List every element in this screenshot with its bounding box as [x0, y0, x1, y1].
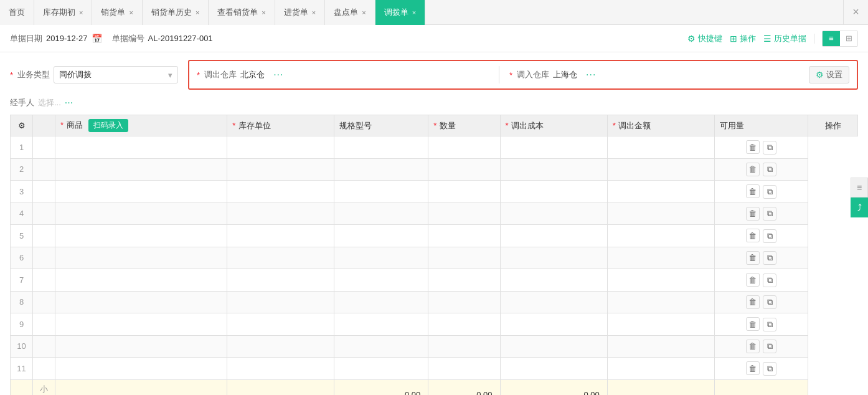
row-1-delete-button[interactable]: 🗑: [746, 140, 760, 154]
row-3-delete-button[interactable]: 🗑: [746, 184, 760, 198]
col-ops-label: 操作: [825, 121, 841, 130]
tab-bar: 首页 库存期初 × 销货单 × 销货单历史 × 查看销货单 × 进货单 × 盘点…: [0, 0, 868, 25]
col-goods: * 商品 扫码录入: [55, 115, 227, 136]
row-1-goods[interactable]: [33, 136, 55, 159]
tab-sales-history-close[interactable]: ×: [196, 9, 199, 16]
tab-opening[interactable]: 库存期初 ×: [34, 0, 92, 25]
row-11-delete-button[interactable]: 🗑: [746, 361, 760, 375]
row-2-available[interactable]: [607, 158, 714, 181]
tab-view-sales[interactable]: 查看销货单 ×: [209, 0, 275, 25]
in-warehouse-label: 调入仓库: [517, 69, 549, 80]
col-goods-label: 商品: [67, 120, 83, 130]
row-1-spec[interactable]: [227, 136, 334, 159]
list-view-button[interactable]: ≡: [823, 31, 840, 46]
row-2-spec[interactable]: [227, 158, 334, 181]
settings-gear-icon: ⚙: [816, 70, 824, 80]
row-1-cost[interactable]: [428, 136, 500, 159]
row-1-available[interactable]: [607, 136, 714, 159]
tab-opening-close[interactable]: ×: [79, 9, 83, 16]
row-2-amount[interactable]: [500, 158, 607, 181]
view-toggle: ≡ ⊞: [822, 31, 858, 47]
tab-view-sales-close[interactable]: ×: [262, 9, 265, 16]
warehouse-box: * 调出仓库 北京仓 ··· * 调入仓库 上海仓 ··· ⚙ 设置: [188, 60, 858, 90]
row-2-qty[interactable]: [334, 158, 428, 181]
row-8-delete-button[interactable]: 🗑: [746, 295, 760, 309]
row-8-copy-button[interactable]: ⧉: [763, 295, 776, 309]
row-2-ops: 🗑 ⧉: [714, 158, 808, 181]
row-5-copy-button[interactable]: ⧉: [763, 229, 776, 243]
out-warehouse-label: 调出仓库: [204, 69, 237, 80]
settings-button[interactable]: ⚙ 设置: [809, 66, 849, 83]
tab-inventory[interactable]: 盘点单 ×: [325, 0, 375, 25]
scan-button[interactable]: 扫码录入: [88, 119, 128, 132]
row-10-delete-button[interactable]: 🗑: [746, 340, 760, 353]
row-2-goods[interactable]: [33, 158, 55, 181]
row-6-copy-button[interactable]: ⧉: [763, 251, 776, 265]
col-available: 可用量: [714, 115, 808, 136]
shortcut-button[interactable]: ⚙ 快捷键: [687, 33, 722, 44]
row-10-copy-button[interactable]: ⧉: [763, 340, 776, 353]
tab-transfer[interactable]: 调拨单 ×: [375, 0, 425, 25]
col-settings-icon[interactable]: ⚙: [18, 121, 26, 130]
row-9-delete-button[interactable]: 🗑: [746, 317, 760, 331]
business-type-select[interactable]: 同价调拨 ▾: [54, 66, 178, 83]
tab-inventory-close[interactable]: ×: [362, 9, 366, 16]
items-table: ⚙ * 商品 扫码录入 * 库存单位 规格型号 * 数量: [10, 115, 858, 395]
tab-transfer-close[interactable]: ×: [412, 9, 416, 16]
row-9-copy-button[interactable]: ⧉: [763, 318, 776, 331]
row-2-delete-button[interactable]: 🗑: [746, 163, 760, 176]
in-warehouse-more-icon[interactable]: ···: [586, 69, 596, 80]
toolbar-right: ⚙ 快捷键 ⊞ 操作 ☰ 历史单据 ≡ ⊞: [687, 31, 858, 47]
row-1-copy-button[interactable]: ⧉: [763, 141, 776, 155]
person-label: 经手人: [10, 97, 34, 108]
tab-sales-history-label: 销货单历史: [151, 7, 192, 18]
col-spec-label: 规格型号: [339, 121, 372, 130]
row-2-unit[interactable]: [55, 158, 227, 181]
row-6-delete-button[interactable]: 🗑: [746, 251, 760, 265]
row-4-delete-button[interactable]: 🗑: [746, 207, 760, 221]
tab-sales[interactable]: 销货单 ×: [92, 0, 142, 25]
person-more-icon[interactable]: ···: [65, 97, 73, 108]
calendar-icon[interactable]: 📅: [92, 34, 102, 44]
panel-list-button[interactable]: ≡: [851, 178, 868, 198]
tab-sales-close[interactable]: ×: [129, 9, 133, 16]
row-1-qty[interactable]: [334, 136, 428, 159]
person-select[interactable]: 选择...: [38, 97, 61, 108]
business-type-label: 业务类型: [17, 69, 50, 80]
col-qty-label: 数量: [440, 121, 456, 130]
tab-sales-history[interactable]: 销货单历史 ×: [143, 0, 209, 25]
close-all-tabs-button[interactable]: ×: [843, 0, 868, 25]
col-amount: * 调出金额: [607, 115, 714, 136]
row-2-cost[interactable]: [428, 158, 500, 181]
col-cost-label: 调出成本: [511, 121, 544, 130]
tab-home-label: 首页: [9, 7, 25, 18]
ops-button[interactable]: ⊞ 操作: [730, 33, 756, 44]
doc-no-label: 单据编号: [112, 33, 144, 44]
wh-divider: [499, 66, 499, 83]
row-2-copy-button[interactable]: ⧉: [763, 163, 776, 176]
panel-export-button[interactable]: ⤴: [851, 198, 868, 217]
row-11-copy-button[interactable]: ⧉: [763, 362, 776, 376]
row-7-delete-button[interactable]: 🗑: [746, 273, 760, 287]
doc-date-label: 单据日期: [10, 33, 42, 44]
row-1-unit[interactable]: [55, 136, 227, 159]
grid-view-button[interactable]: ⊞: [840, 31, 857, 46]
row-7-copy-button[interactable]: ⧉: [763, 274, 776, 287]
out-warehouse-section: * 调出仓库 北京仓 ···: [197, 69, 489, 80]
table-row: 2 🗑 ⧉: [11, 158, 858, 181]
row-4-copy-button[interactable]: ⧉: [763, 207, 776, 221]
tab-incoming[interactable]: 进货单 ×: [275, 0, 325, 25]
table-row: 5 🗑 ⧉: [11, 225, 858, 247]
row-5-delete-button[interactable]: 🗑: [746, 229, 760, 242]
out-warehouse-more-icon[interactable]: ···: [273, 69, 283, 80]
history-button[interactable]: ☰ 历史单据: [763, 33, 806, 44]
toolbar: 单据日期 2019-12-27 📅 单据编号 AL-20191227-001 ⚙…: [0, 25, 868, 52]
row-1-amount[interactable]: [500, 136, 607, 159]
row-3-copy-button[interactable]: ⧉: [763, 185, 776, 199]
business-type-value: 同价调拨: [59, 69, 92, 80]
subtotal-label: 小计: [33, 379, 55, 395]
row-1-num: 1: [11, 136, 33, 159]
tab-home[interactable]: 首页: [0, 0, 34, 25]
tab-incoming-close[interactable]: ×: [312, 9, 316, 16]
col-cost: * 调出成本: [500, 115, 607, 136]
